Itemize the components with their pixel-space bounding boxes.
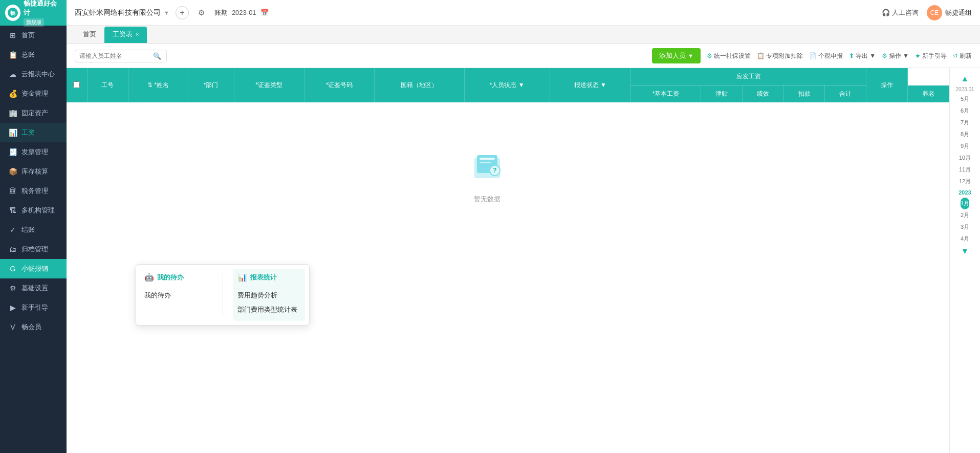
timeline-month-prev-12月[interactable]: 12月	[959, 176, 971, 187]
timeline-month-2月[interactable]: 2月	[959, 209, 971, 221]
th-salary-group: 应发工资	[630, 68, 866, 85]
tax-report-action[interactable]: 📄 个税申报	[809, 52, 843, 60]
tax-icon: 🏛	[8, 187, 17, 195]
social-insurance-label: 统一社保设置	[714, 52, 751, 60]
timeline-month-4月[interactable]: 4月	[959, 233, 971, 245]
timeline-down-button[interactable]: ▼	[959, 245, 971, 258]
sidebar-item-settle[interactable]: ✓结账	[0, 220, 67, 240]
sidebar-label-cloud: 云报表中心	[21, 70, 55, 79]
salary-table: 工号 ⇅ *姓名 *部门 *证鉴类型 *证鉴号码 国籍（地区） *人员状态 ▼ …	[67, 68, 949, 249]
sidebar-item-member[interactable]: V畅会员	[0, 317, 67, 337]
sidebar-item-xiaochang[interactable]: G小畅报销	[0, 259, 67, 278]
select-all-checkbox[interactable]	[73, 81, 80, 88]
export-chevron-icon: ▼	[869, 52, 876, 59]
sidebar-item-assets[interactable]: 🏢固定资产	[0, 103, 67, 123]
sidebar-item-invoice[interactable]: 🧾发票管理	[0, 142, 67, 162]
timeline-month-prev-5月[interactable]: 5月	[959, 93, 971, 105]
invoice-icon: 🧾	[8, 148, 17, 156]
guide-icon: ▶	[8, 304, 17, 312]
salary-table-wrap: 工号 ⇅ *姓名 *部门 *证鉴类型 *证鉴号码 国籍（地区） *人员状态 ▼ …	[67, 68, 949, 453]
support-label: 人工咨询	[892, 8, 919, 17]
tax-deduct-action[interactable]: 📋 专项附加扣除	[757, 52, 803, 60]
timeline-month-prev-9月[interactable]: 9月	[959, 140, 971, 152]
timeline-month-prev-11月[interactable]: 11月	[959, 164, 971, 176]
assets-icon: 🏢	[8, 109, 17, 117]
avatar-text: CE	[930, 9, 939, 16]
timeline-month-1月[interactable]: 1月	[961, 198, 969, 209]
user-menu[interactable]: CE 畅捷通组	[927, 5, 972, 20]
app-subtitle: 旗舰版	[24, 18, 44, 27]
tab-salary-table[interactable]: 工资表 ×	[104, 27, 147, 43]
sidebar-item-guide[interactable]: ▶新手引导	[0, 298, 67, 317]
timeline-current-year: 2023	[959, 189, 971, 196]
tab-close-icon[interactable]: ×	[136, 31, 139, 37]
dropdown-item-cost-trend[interactable]: 费用趋势分析	[237, 288, 301, 303]
sidebar-label-member: 畅会员	[21, 322, 41, 332]
sidebar-item-tax[interactable]: 🏛税务管理	[0, 181, 67, 201]
avatar: CE	[927, 5, 942, 20]
dropdown-item-dept-cost[interactable]: 部门费用类型统计表	[237, 303, 301, 317]
th-bonus: 绩效	[742, 85, 783, 103]
sidebar-item-funds[interactable]: 💰资金管理	[0, 84, 67, 103]
sidebar-item-salary[interactable]: 📊工资	[0, 123, 67, 142]
salary-icon: 📊	[8, 128, 17, 137]
cloud-icon: ☁	[8, 70, 17, 78]
search-icon: 🔍	[153, 52, 161, 60]
timeline-month-prev-8月[interactable]: 8月	[959, 128, 971, 140]
timeline-up-button[interactable]: ▲	[959, 72, 971, 85]
app-logo: 畅 畅捷通好会计 旗舰版	[0, 0, 67, 26]
toolbar-actions: 添加人员 ▼ ⚙ 统一社保设置 📋 专项附加扣除 📄 个税申报 ⬆ 导出	[652, 48, 972, 63]
tab-home[interactable]: 首页	[75, 27, 104, 43]
content-area: 🔍 添加人员 ▼ ⚙ 统一社保设置 📋 专项附加扣除 📄 个税申报	[67, 44, 980, 453]
dropdown-todo-label: 我的待办	[157, 273, 184, 282]
sidebar-item-cloud[interactable]: ☁云报表中心	[0, 64, 67, 84]
export-action[interactable]: ⬆ 导出 ▼	[849, 52, 876, 60]
timeline-month-prev-6月[interactable]: 6月	[959, 105, 971, 117]
dropdown-reports-title: 📊 报表统计	[237, 273, 301, 282]
sidebar-item-multi[interactable]: 🏗多机构管理	[0, 201, 67, 220]
th-name: ⇅ *姓名	[128, 68, 188, 102]
sidebar-item-ledger[interactable]: 📋总账	[0, 45, 67, 64]
support-button[interactable]: 🎧 人工咨询	[882, 8, 919, 17]
sidebar-nav: ⊞首页📋总账☁云报表中心💰资金管理🏢固定资产📊工资🧾发票管理📦库存核算🏛税务管理…	[0, 26, 67, 337]
refresh-action[interactable]: ↺ 刷新	[953, 52, 972, 60]
sidebar-label-multi: 多机构管理	[21, 206, 55, 215]
sidebar-item-home[interactable]: ⊞首页	[0, 26, 67, 45]
settings-icon[interactable]: ⚙	[195, 6, 208, 19]
timeline-prev-months: 5月6月7月8月9月10月11月12月	[959, 93, 971, 187]
sidebar-label-guide: 新手引导	[21, 303, 48, 312]
company-selector[interactable]: 西安虾米网络科技有限公司 ▼	[75, 8, 169, 17]
period-value: 2023-01	[232, 9, 256, 16]
sidebar-label-basic: 基础设置	[21, 284, 48, 293]
dropdown-col-reports: 📊 报表统计 费用趋势分析 部门费用类型统计表	[233, 269, 306, 321]
timeline-month-prev-10月[interactable]: 10月	[959, 152, 971, 164]
operation-action[interactable]: ⚙ 操作 ▼	[882, 52, 909, 60]
add-person-button[interactable]: 添加人员 ▼	[652, 48, 701, 63]
xiaochang-dropdown: 🤖 我的待办 我的待办 📊 报表统计 费用趋势分析 部门费用类型统计表	[136, 264, 310, 326]
th-report-status: 报送状态 ▼	[550, 68, 630, 102]
company-chevron-icon: ▼	[164, 10, 169, 16]
th-checkbox[interactable]	[67, 68, 87, 102]
sidebar-item-inventory[interactable]: 📦库存核算	[0, 162, 67, 181]
sidebar-item-basic[interactable]: ⚙基础设置	[0, 278, 67, 298]
refresh-icon: ↺	[953, 52, 958, 59]
timeline-month-prev-7月[interactable]: 7月	[959, 117, 971, 128]
empty-text: 暂无数据	[474, 195, 500, 204]
empty-state: ? 暂无数据	[71, 106, 904, 245]
calendar-icon: 📅	[260, 9, 269, 16]
inventory-icon: 📦	[8, 167, 17, 176]
timeline-month-3月[interactable]: 3月	[959, 221, 971, 233]
sidebar-label-inventory: 库存核算	[21, 167, 48, 176]
topbar-right: 🎧 人工咨询 CE 畅捷通组	[882, 5, 972, 20]
add-company-button[interactable]: +	[176, 6, 189, 19]
period-selector[interactable]: 账期 2023-01 📅	[214, 8, 269, 17]
sidebar-item-archive[interactable]: 🗂归档管理	[0, 240, 67, 259]
search-box[interactable]: 🔍	[75, 50, 167, 62]
sidebar: 畅 畅捷通好会计 旗舰版 ⊞首页📋总账☁云报表中心💰资金管理🏢固定资产📊工资🧾发…	[0, 0, 67, 453]
operation-label: 操作	[889, 52, 901, 60]
social-insurance-action[interactable]: ⚙ 统一社保设置	[707, 52, 751, 60]
new-guide-action[interactable]: ★ 新手引导	[915, 52, 947, 60]
search-input[interactable]	[79, 52, 151, 59]
svg-rect-5	[480, 162, 491, 163]
dropdown-item-todo[interactable]: 我的待办	[144, 288, 208, 303]
